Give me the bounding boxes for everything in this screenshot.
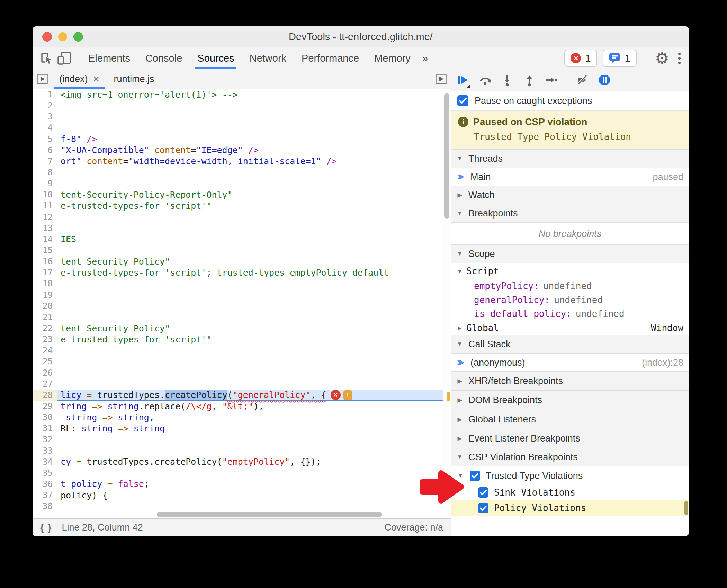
line-number[interactable]: 28 [33, 390, 57, 401]
line-number[interactable]: 23 [33, 334, 57, 345]
line-number[interactable]: 5 [33, 134, 57, 145]
section-scope[interactable]: ▼ Scope [451, 244, 689, 263]
panel-tab-elements[interactable]: Elements [81, 47, 138, 69]
line-number[interactable]: 20 [33, 301, 57, 312]
checkbox-policy-violations[interactable] [478, 503, 488, 513]
close-tab-icon[interactable]: ✕ [93, 74, 100, 84]
code-line[interactable]: 19 [33, 289, 451, 301]
section-watch[interactable]: ▶ Watch [451, 186, 689, 204]
code-line[interactable]: 27 [33, 378, 451, 390]
pause-on-caught-checkbox[interactable] [457, 95, 468, 106]
code-line[interactable]: 2 [33, 100, 451, 111]
step-into-button[interactable] [500, 73, 514, 87]
line-number[interactable]: 33 [33, 445, 57, 456]
code-line[interactable]: 26 [33, 367, 451, 378]
show-navigator-button[interactable] [33, 69, 52, 89]
pause-on-exceptions-button[interactable] [598, 73, 611, 87]
line-number[interactable]: 9 [33, 178, 57, 189]
section-event-listener-breakpoints[interactable]: ▶ Event Listener Breakpoints [451, 429, 689, 448]
step-button[interactable] [545, 73, 558, 87]
show-debugger-button[interactable] [431, 69, 451, 89]
code-line[interactable]: 17e-trusted-types-for 'script'; trusted-… [33, 267, 451, 278]
deactivate-breakpoints-button[interactable] [575, 73, 589, 87]
panel-tab-memory[interactable]: Memory [367, 47, 418, 69]
inline-issue-icon[interactable]: ! [343, 390, 352, 400]
inspect-element-button[interactable] [37, 47, 55, 69]
section-breakpoints[interactable]: ▼ Breakpoints [451, 204, 689, 223]
scope-global-row[interactable]: ▶ Global Window [451, 321, 689, 335]
more-panels-chevron[interactable]: » [418, 47, 432, 69]
code-line[interactable]: 9 [33, 178, 451, 189]
line-number[interactable]: 11 [33, 200, 57, 211]
code-line[interactable]: 6"X-UA-Compatible" content="IE=edge" /> [33, 145, 451, 156]
section-csp-violation-breakpoints[interactable]: ▼ CSP Violation Breakpoints [451, 448, 689, 466]
code-line[interactable]: 15 [33, 245, 451, 256]
section-global-listeners[interactable]: ▶ Global Listeners [451, 410, 689, 429]
section-threads[interactable]: ▼ Threads [451, 149, 689, 168]
thread-row-main[interactable]: Main paused [451, 168, 689, 186]
code-line[interactable]: 37policy) { [33, 490, 451, 501]
error-count-badge[interactable]: ✕ 1 [564, 50, 597, 67]
csp-item-trusted-type-violations[interactable]: ▼Trusted Type Violations [451, 466, 689, 485]
line-number[interactable]: 25 [33, 356, 57, 367]
line-number[interactable]: 14 [33, 234, 57, 245]
line-number[interactable]: 27 [33, 378, 57, 390]
code-line[interactable]: 25 [33, 356, 451, 367]
line-number[interactable]: 4 [33, 122, 57, 133]
code-line[interactable]: 24 [33, 345, 451, 356]
line-number[interactable]: 15 [33, 245, 57, 256]
line-number[interactable]: 17 [33, 267, 57, 278]
code-line[interactable]: 28licy = trustedTypes.createPolicy("gene… [33, 390, 451, 401]
line-number[interactable]: 10 [33, 189, 57, 200]
pause-on-caught-row[interactable]: Pause on caught exceptions [451, 91, 689, 111]
checkbox-trusted-type-violations[interactable] [470, 471, 480, 481]
code-line[interactable]: 21 [33, 312, 451, 323]
line-number[interactable]: 18 [33, 278, 57, 289]
file-tab--index-[interactable]: (index)✕ [52, 69, 107, 89]
code-line[interactable]: 33 [33, 445, 451, 456]
code-line[interactable]: 23e-trusted-types-for 'script'" [33, 334, 451, 345]
code-line[interactable]: 8 [33, 167, 451, 178]
code-line[interactable]: 20 [33, 301, 451, 312]
code-line[interactable]: 1<img src=1 onerror='alert(1)'> --> [33, 89, 451, 100]
panel-tab-console[interactable]: Console [138, 47, 190, 69]
line-number[interactable]: 1 [33, 89, 57, 100]
vertical-scroll-thumb[interactable] [444, 93, 449, 219]
code-line[interactable]: 14IES [33, 234, 451, 245]
code-line[interactable]: 5f-8" /> [33, 134, 451, 145]
line-number[interactable]: 3 [33, 111, 57, 122]
panel-tab-sources[interactable]: Sources [190, 47, 242, 69]
file-tab-runtime-js[interactable]: runtime.js [107, 69, 161, 89]
message-count-badge[interactable]: 1 [603, 50, 637, 67]
code-line[interactable]: 12 [33, 212, 451, 223]
code-line[interactable]: 30 string => string, [33, 412, 451, 423]
code-line[interactable]: 10tent-Security-Policy-Report-Only" [33, 189, 451, 200]
line-number[interactable]: 36 [33, 479, 57, 490]
editor-horizontal-scrollbar[interactable] [53, 511, 443, 518]
panel-tab-performance[interactable]: Performance [294, 47, 367, 69]
line-number[interactable]: 38 [33, 501, 57, 512]
code-line[interactable]: 38 [33, 501, 451, 512]
code-editor[interactable]: 1<img src=1 onerror='alert(1)'> -->2345f… [33, 89, 451, 518]
line-number[interactable]: 29 [33, 401, 57, 412]
scope-script-row[interactable]: ▼ Script [451, 263, 689, 279]
code-line[interactable]: 11e-trusted-types-for 'script'" [33, 200, 451, 211]
scope-variable-row[interactable]: is_default_policy:undefined [451, 307, 689, 321]
line-number[interactable]: 34 [33, 456, 57, 467]
pretty-print-button[interactable]: { } [40, 522, 52, 533]
code-line[interactable]: 32 [33, 434, 451, 445]
resume-script-button[interactable] [456, 73, 470, 87]
code-line[interactable]: 13 [33, 223, 451, 234]
code-line[interactable]: 36t_policy = false; [33, 479, 451, 490]
csp-item-policy-violations[interactable]: Policy Violations [451, 500, 689, 516]
close-window-button[interactable] [42, 32, 52, 42]
line-number[interactable]: 8 [33, 167, 57, 178]
line-number[interactable]: 30 [33, 412, 57, 423]
csp-item-sink-violations[interactable]: Sink Violations [451, 485, 689, 500]
line-number[interactable]: 13 [33, 223, 57, 234]
settings-gear-icon[interactable]: ⚙ [655, 50, 669, 66]
checkbox-sink-violations[interactable] [478, 487, 488, 498]
minimize-window-button[interactable] [58, 32, 67, 41]
section-call-stack[interactable]: ▼ Call Stack [451, 335, 689, 354]
inline-error-icon[interactable]: ✕ [331, 390, 341, 400]
